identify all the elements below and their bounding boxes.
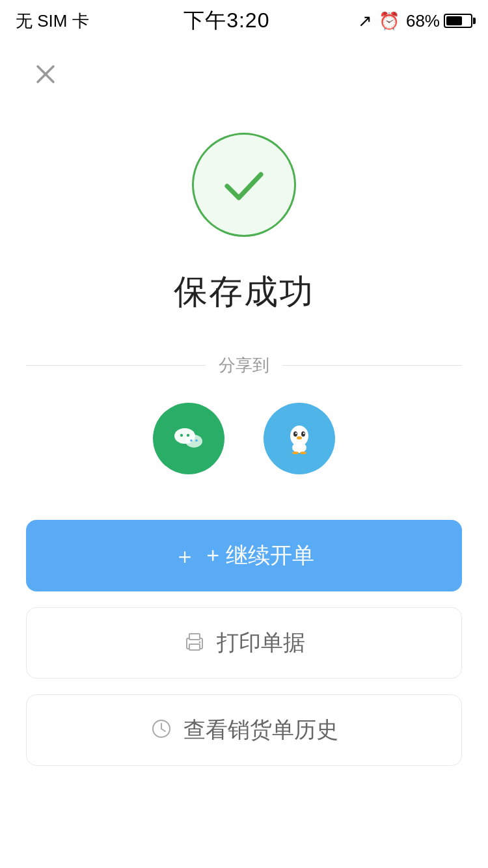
svg-point-14: [297, 437, 302, 440]
history-button[interactable]: 查看销货单历史: [26, 694, 462, 766]
svg-point-7: [190, 439, 193, 442]
battery-percent-text: 68%: [406, 11, 440, 31]
svg-point-11: [301, 431, 305, 437]
wechat-icon: [168, 418, 210, 459]
svg-point-8: [195, 439, 198, 442]
continue-label: + 继续开单: [206, 541, 314, 571]
history-label: 查看销货单历史: [183, 715, 338, 745]
main-content: 保存成功 分享到: [0, 55, 488, 766]
share-label: 分享到: [219, 354, 269, 377]
alarm-icon: ⏰: [379, 11, 400, 31]
svg-rect-19: [189, 644, 200, 650]
battery-icon: [444, 14, 472, 28]
share-section: 分享到: [26, 354, 462, 474]
svg-point-16: [292, 452, 299, 454]
svg-point-12: [295, 433, 297, 434]
svg-point-21: [199, 641, 201, 643]
location-icon: ↗: [358, 11, 372, 31]
print-label: 打印单据: [217, 628, 305, 658]
clock-icon: [150, 717, 173, 744]
battery-fill: [446, 16, 462, 25]
wechat-share-button[interactable]: [153, 403, 224, 474]
status-bar: 无 SIM 卡 下午3:20 ↗ ⏰ 68%: [0, 0, 488, 42]
actions-section: ＋ + 继续开单 打印单据 查看销货单历史: [26, 520, 462, 766]
svg-point-17: [300, 452, 306, 454]
printer-icon: [183, 630, 206, 657]
status-left: 无 SIM 卡: [16, 10, 96, 33]
carrier-text: 无 SIM 卡: [16, 10, 89, 33]
svg-point-5: [180, 434, 183, 437]
close-button[interactable]: [26, 55, 65, 94]
svg-point-6: [187, 434, 189, 437]
status-time: 下午3:20: [183, 7, 269, 35]
continue-button[interactable]: ＋ + 继续开单: [26, 520, 462, 591]
svg-point-15: [292, 442, 306, 453]
status-right: ↗ ⏰ 68%: [358, 11, 472, 31]
svg-point-13: [303, 433, 305, 434]
checkmark-icon: [218, 159, 270, 211]
share-icons: [26, 403, 462, 474]
battery-block: 68%: [406, 11, 472, 31]
qq-share-button[interactable]: [264, 403, 335, 474]
share-divider: 分享到: [26, 354, 462, 377]
print-button[interactable]: 打印单据: [26, 607, 462, 679]
svg-rect-20: [189, 634, 200, 640]
svg-point-10: [293, 431, 297, 437]
success-circle: [192, 133, 296, 237]
success-title: 保存成功: [174, 269, 314, 315]
success-section: 保存成功: [26, 133, 462, 315]
plus-icon: ＋: [174, 545, 196, 567]
qq-icon: [278, 418, 320, 459]
